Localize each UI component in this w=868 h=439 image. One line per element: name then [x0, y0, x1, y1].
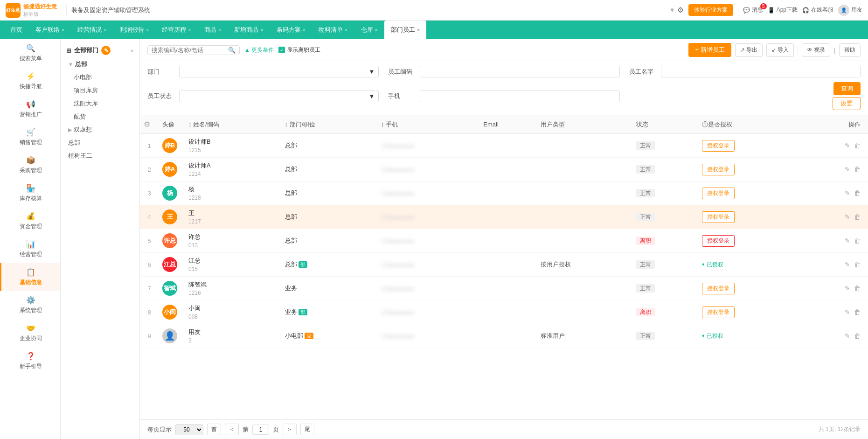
search-input[interactable]: [152, 47, 226, 54]
delete-btn[interactable]: 🗑: [854, 142, 861, 149]
menu-item-collab[interactable]: 🤝 企业协同: [0, 319, 60, 347]
close-history-tab[interactable]: ×: [188, 27, 191, 33]
edit-btn[interactable]: ✎: [845, 142, 850, 149]
edit-btn[interactable]: ✎: [845, 213, 850, 221]
close-warehouse-tab[interactable]: ×: [375, 27, 378, 33]
dept-child-peihuo[interactable]: 配货: [61, 110, 139, 123]
close-goods-tab[interactable]: ×: [218, 27, 221, 33]
auth-login-btn[interactable]: 授权登录: [702, 283, 735, 294]
menu-item-search[interactable]: 🔍 搜索菜单: [0, 39, 60, 67]
auth-login-btn[interactable]: 授权登录: [702, 140, 735, 152]
filter-emp-code-input[interactable]: [420, 66, 619, 77]
close-customer-tab[interactable]: ×: [62, 27, 64, 33]
auth-login-btn[interactable]: 授权登录: [702, 164, 735, 175]
right-panel: 🔍 ▲ 更多条件 ✓ 显示离职员工 + 新增员工 ↗ 导出: [140, 39, 868, 439]
edit-btn[interactable]: ✎: [845, 166, 850, 173]
dept-child-project[interactable]: 项目库房: [61, 84, 139, 97]
auth-login-btn[interactable]: 授权登录: [702, 211, 735, 223]
delete-btn[interactable]: 🗑: [854, 189, 861, 197]
next-page-btn[interactable]: ＞: [283, 424, 297, 435]
settings-icon[interactable]: ⚙: [677, 6, 684, 14]
delete-btn[interactable]: 🗑: [854, 213, 861, 221]
close-employees-tab[interactable]: ×: [417, 27, 420, 33]
close-profit-tab[interactable]: ×: [146, 27, 149, 33]
menu-item-guide[interactable]: ❓ 新手引导: [0, 347, 60, 375]
online-service-btn[interactable]: 🎧 在线客服: [802, 6, 833, 14]
nav-tab-goods[interactable]: 商品 ×: [198, 21, 228, 39]
app-download-btn[interactable]: 📱 App下载: [768, 6, 798, 14]
nav-tab-history[interactable]: 经营历程 ×: [155, 21, 197, 39]
edit-btn[interactable]: ✎: [845, 189, 850, 197]
column-settings-icon[interactable]: ⚙: [144, 120, 150, 128]
more-filter-btn[interactable]: ▲ 更多条件: [244, 46, 274, 54]
nav-tab-home[interactable]: 首页: [4, 21, 29, 39]
delete-btn[interactable]: 🗑: [854, 285, 861, 292]
menu-item-inventory[interactable]: 🏪 库存核算: [0, 179, 60, 207]
filter-phone-input[interactable]: [420, 91, 619, 102]
filter-status-select[interactable]: ▼: [179, 91, 379, 102]
delete-btn[interactable]: 🗑: [854, 332, 861, 340]
prev-page-btn[interactable]: ＜: [225, 424, 239, 435]
help-btn[interactable]: 帮助: [839, 43, 861, 57]
nav-tab-customer[interactable]: 客户联络 ×: [29, 21, 71, 39]
menu-item-purchase[interactable]: 📦 采购管理: [0, 151, 60, 179]
dept-child-xiao[interactable]: 小电部: [61, 71, 139, 84]
auth-login-btn[interactable]: 授权登录: [702, 188, 735, 199]
query-btn[interactable]: 查询: [833, 82, 861, 95]
menu-item-shortcut[interactable]: ⚡ 快捷导航: [0, 67, 60, 95]
nav-tab-add-goods[interactable]: 新增商品 ×: [228, 21, 270, 39]
menu-item-sales[interactable]: 🛒 销售管理: [0, 123, 60, 151]
nav-tab-employees[interactable]: 部门员工 ×: [384, 21, 426, 39]
close-bom-tab[interactable]: ×: [345, 27, 347, 33]
dept-child-shenyang[interactable]: 沈阳大库: [61, 97, 139, 110]
page-number-input[interactable]: [252, 425, 269, 435]
edit-btn[interactable]: ✎: [845, 285, 850, 292]
add-employee-btn[interactable]: + 新增员工: [688, 43, 731, 57]
tree-collapse-btn[interactable]: «: [130, 47, 134, 54]
show-resigned-checkbox[interactable]: ✓: [278, 47, 285, 53]
menu-item-operations[interactable]: 📊 经营管理: [0, 235, 60, 263]
delete-btn[interactable]: 🗑: [854, 166, 861, 173]
menu-item-system[interactable]: ⚙️ 系统管理: [0, 291, 60, 319]
edit-btn[interactable]: ✎: [845, 308, 850, 316]
trial-button[interactable]: 体验行业方案: [688, 4, 733, 16]
dept-node-zongbu[interactable]: 总部: [61, 136, 139, 149]
export-btn[interactable]: ↗ 导出: [735, 43, 763, 57]
menu-item-finance[interactable]: 💰 资金管理: [0, 207, 60, 235]
dropdown-arrow[interactable]: ▼: [669, 7, 675, 14]
auth-login-btn[interactable]: 授权登录: [702, 307, 735, 318]
close-add-goods-tab[interactable]: ×: [260, 27, 263, 33]
filter-emp-name-input[interactable]: [661, 66, 861, 77]
dept-node-zhishu[interactable]: 植树王二: [61, 149, 139, 162]
per-page-select[interactable]: 50 100: [175, 424, 203, 435]
edit-btn[interactable]: ✎: [845, 261, 850, 268]
edit-btn[interactable]: ✎: [845, 332, 850, 340]
import-btn[interactable]: ↙ 导入: [766, 43, 794, 57]
delete-btn[interactable]: 🗑: [854, 237, 861, 244]
view-btn[interactable]: 👁 视录: [802, 43, 830, 57]
nav-tab-barcode[interactable]: 条码方案 ×: [270, 21, 312, 39]
nav-tab-operations[interactable]: 经营情况 ×: [71, 21, 113, 39]
set-btn[interactable]: 设置: [833, 97, 861, 110]
show-resigned-toggle[interactable]: ✓ 显示离职员工: [278, 46, 320, 54]
auth-granted-label: 已授权: [702, 260, 796, 269]
close-barcode-tab[interactable]: ×: [303, 27, 306, 33]
filter-dept-select[interactable]: ▼: [179, 66, 379, 77]
last-page-btn[interactable]: 尾: [300, 424, 314, 435]
nav-tab-warehouse[interactable]: 仓库 ×: [354, 21, 384, 39]
edit-btn[interactable]: ✎: [845, 237, 850, 244]
message-btn[interactable]: 💬 消息 5: [743, 6, 763, 14]
first-page-btn[interactable]: 首: [207, 424, 221, 435]
user-area[interactable]: 👤 用友: [838, 5, 862, 16]
dept-node-shuangxu[interactable]: ▶ 双虚想: [61, 123, 139, 136]
menu-item-marketing[interactable]: 📢 营销推广: [0, 95, 60, 123]
delete-btn[interactable]: 🗑: [854, 308, 861, 316]
auth-login-btn[interactable]: 授权登录: [702, 235, 735, 247]
delete-btn[interactable]: 🗑: [854, 261, 861, 268]
nav-tab-profit[interactable]: 利润报告 ×: [113, 21, 155, 39]
nav-tab-bom[interactable]: 物料清单 ×: [312, 21, 354, 39]
dept-node-head[interactable]: ▼ 总部: [61, 58, 139, 71]
close-operations-tab[interactable]: ×: [104, 27, 106, 33]
menu-item-basic[interactable]: 📋 基础信息: [0, 263, 60, 291]
dept-edit-icon[interactable]: ✎: [101, 46, 111, 55]
